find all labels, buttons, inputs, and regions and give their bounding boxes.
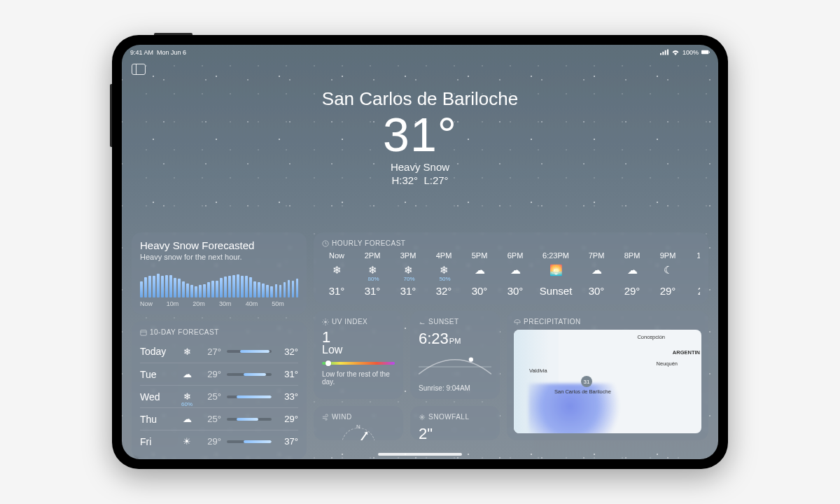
hour-value: 29° xyxy=(660,285,676,297)
hour-item[interactable]: 9PM ☾ 29° xyxy=(653,251,682,297)
location-name: San Carlos de Bariloche xyxy=(122,88,718,110)
nowcast-ticks: Now10m20m30m40m50m xyxy=(140,300,298,307)
hour-item[interactable]: 3PM ❄︎70% 31° xyxy=(393,251,423,297)
hour-item[interactable]: 4PM ❄︎50% 32° xyxy=(429,251,458,297)
svg-point-9 xyxy=(324,321,327,323)
tenday-day: Tue xyxy=(140,369,174,380)
tenday-range-bar xyxy=(227,440,272,443)
hour-time: 10P xyxy=(696,251,700,260)
svg-line-16 xyxy=(323,323,324,324)
hour-value: Sunset xyxy=(540,285,573,297)
hour-value: 31° xyxy=(400,285,416,297)
tenday-lo: 29° xyxy=(200,436,221,447)
tenday-day: Fri xyxy=(140,436,174,447)
detail-grid: UV Index 1 Low Low for the rest of the d… xyxy=(314,311,708,428)
tenday-range-bar xyxy=(227,350,272,353)
nowcast-tick: 20m xyxy=(192,300,219,307)
tenday-day: Thu xyxy=(140,414,174,425)
hour-icon-clear-night: ☾ xyxy=(699,264,701,276)
uv-note: Low for the rest of the day. xyxy=(322,370,395,386)
precip-map[interactable]: Concepción ARGENTIN Neuquén Valdivia 31 … xyxy=(514,330,701,433)
hour-time: 9PM xyxy=(660,251,676,260)
tenday-range-bar xyxy=(227,418,272,421)
nowcast-tick: Now xyxy=(140,300,167,307)
tenday-row[interactable]: Thu ☁︎ 25° 29° xyxy=(140,407,298,430)
wifi-icon xyxy=(671,49,680,55)
status-left: 9:41 AM Mon Jun 6 xyxy=(130,49,186,56)
tenday-card[interactable]: 10-Day Forecast Today ❄︎ 27° 32°Tue ☁︎ 2… xyxy=(132,321,307,459)
sunset-title: Sunset xyxy=(419,318,491,326)
wind-title: Wind xyxy=(322,413,395,421)
hour-time: Now xyxy=(329,251,344,260)
hour-icon-cloud: ☁︎ xyxy=(475,264,485,276)
hour-value: 31° xyxy=(329,285,345,297)
svg-rect-2 xyxy=(665,50,666,55)
svg-rect-5 xyxy=(709,51,710,52)
tenday-row[interactable]: Fri ☀︎ 29° 37° xyxy=(140,430,298,452)
screen: 9:41 AM Mon Jun 6 100% San Carlos de Bar… xyxy=(122,45,718,459)
hour-icon-pcloud-night: ☁︎ xyxy=(592,264,602,276)
wind-compass: N S E W 5 xyxy=(339,425,378,440)
hour-value: 32° xyxy=(436,285,452,297)
svg-line-15 xyxy=(327,323,328,324)
tenday-hi: 33° xyxy=(277,391,298,402)
hour-icon-pcloud-night: ☁︎ xyxy=(627,264,638,276)
tenday-hi: 29° xyxy=(277,414,298,424)
sun-curve xyxy=(419,351,491,380)
sunrise-note: Sunrise: 9:04AM xyxy=(419,384,491,392)
hour-time: 2PM xyxy=(365,251,381,260)
sidebar-toggle-icon[interactable] xyxy=(132,64,146,75)
hour-item[interactable]: 7PM ☁︎ 30° xyxy=(582,251,611,297)
nowcast-tick: 30m xyxy=(219,300,246,307)
tenday-row[interactable]: Tue ☁︎ 29° 31° xyxy=(140,363,298,385)
sunset-card[interactable]: Sunset 6:23PM Sunrise: 9:04AM xyxy=(410,311,500,399)
snowfall-card[interactable]: Snowfall 2" in last 6h xyxy=(410,406,500,440)
tenday-lo: 25° xyxy=(200,414,221,424)
clock-icon xyxy=(322,240,329,247)
tenday-rows: Today ❄︎ 27° 32°Tue ☁︎ 29° 31°Wed ❄︎60% … xyxy=(140,340,298,452)
hour-icon-clear-night: ☾ xyxy=(664,264,673,276)
uv-card[interactable]: UV Index 1 Low Low for the rest of the d… xyxy=(314,311,403,399)
nowcast-headline: Heavy Snow Forecasted xyxy=(140,239,298,251)
svg-rect-1 xyxy=(662,52,664,55)
hour-icon-snow: ❄︎50% xyxy=(440,264,449,276)
map-pin: 31 xyxy=(581,376,592,387)
wind-card[interactable]: Wind N S E W 5 xyxy=(314,406,403,440)
sun-icon xyxy=(322,318,329,326)
home-indicator[interactable] xyxy=(378,453,462,456)
hour-item[interactable]: 2PM ❄︎80% 31° xyxy=(358,251,387,297)
wind-icon xyxy=(322,414,329,421)
hour-item[interactable]: 6:23PM 🌅 Sunset xyxy=(536,251,575,297)
svg-rect-3 xyxy=(667,50,668,55)
hour-item[interactable]: 6PM ☁︎ 30° xyxy=(500,251,530,297)
city-neuquen: Neuquén xyxy=(657,360,678,367)
hour-value: 30° xyxy=(589,285,605,297)
hourly-card[interactable]: Hourly Forecast Now ❄︎ 31°2PM ❄︎80% 31°3… xyxy=(314,232,708,304)
hour-time: 6:23PM xyxy=(542,251,569,260)
precipitation-card[interactable]: Precipitation Concepción ARGENTIN Neuqué… xyxy=(507,311,708,440)
hour-item[interactable]: 8PM ☁︎ 29° xyxy=(617,251,647,297)
city-concepcion: Concepción xyxy=(637,334,665,340)
tenday-hi: 31° xyxy=(277,369,298,379)
hourly-scroll[interactable]: Now ❄︎ 31°2PM ❄︎80% 31°3PM ❄︎70% 31°4PM … xyxy=(322,251,700,297)
uv-value: 1 xyxy=(322,330,395,345)
hour-item[interactable]: 5PM ☁︎ 30° xyxy=(465,251,494,297)
status-date: Mon Jun 6 xyxy=(157,49,186,56)
hour-icon-snow: ❄︎80% xyxy=(368,264,377,276)
modules-grid: Heavy Snow Forecasted Heavy snow for the… xyxy=(132,232,708,459)
battery-pct: 100% xyxy=(682,49,699,56)
nowcast-card[interactable]: Heavy Snow Forecasted Heavy snow for the… xyxy=(132,232,307,314)
current-temp: 31° xyxy=(122,110,718,160)
tenday-row[interactable]: Wed ❄︎60% 25° 33° xyxy=(140,385,298,407)
hour-value: 29° xyxy=(624,285,640,297)
hour-icon-cloud: ☁︎ xyxy=(510,264,521,276)
city-valdivia: Valdivia xyxy=(529,368,547,374)
hourly-title: Hourly Forecast xyxy=(322,239,700,247)
hour-item[interactable]: 10P ☾ 29 xyxy=(689,251,700,297)
precip-title: Precipitation xyxy=(514,318,701,326)
snowflake-icon xyxy=(419,414,426,421)
current-condition: Heavy Snow xyxy=(122,161,718,173)
tenday-row[interactable]: Today ❄︎ 27° 32° xyxy=(140,340,298,363)
svg-rect-4 xyxy=(701,50,708,54)
hour-item[interactable]: Now ❄︎ 31° xyxy=(322,251,351,297)
